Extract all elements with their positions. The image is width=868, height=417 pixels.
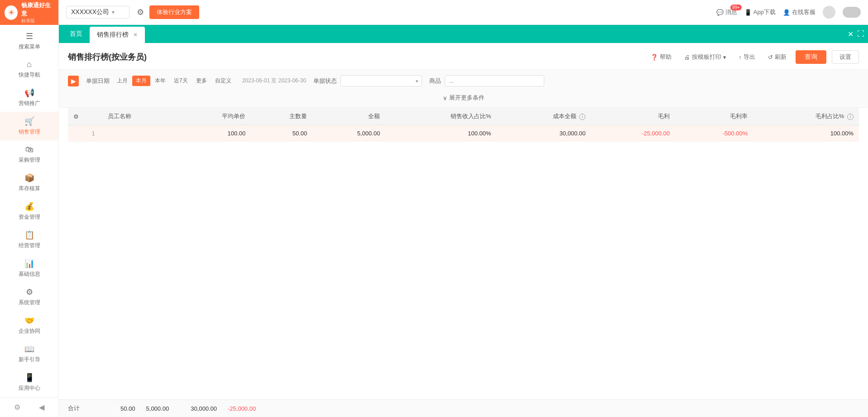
content-area: 销售排行榜(按业务员) ❓ 帮助 🖨 按模板打印 ▾ ↑ 导出 xyxy=(59,43,868,417)
sidebar-item-经营管理[interactable]: 📋 经营管理 xyxy=(0,225,58,254)
sidebar-item-企业协同[interactable]: 🤝 企业协同 xyxy=(0,311,58,340)
sidebar-nav: ☰ 搜索菜单⌂ 快捷导航📢 营销推广🛒 销售管理🛍 采购管理📦 库存核算💰 资金… xyxy=(0,25,58,397)
cost-info-icon[interactable]: i xyxy=(579,114,585,120)
date-tab-more[interactable]: 更多 xyxy=(192,76,211,86)
trial-button[interactable]: 体验行业方案 xyxy=(149,5,199,19)
expand-conditions-label: 展开更多条件 xyxy=(449,94,484,102)
nav-icon-1: ⌂ xyxy=(27,60,32,69)
sidebar-item-快捷导航[interactable]: ⌂ 快捷导航 xyxy=(0,55,58,83)
app-download-button[interactable]: 📱 App下载 xyxy=(744,8,776,16)
row-gross-rate-0: -500.00% xyxy=(675,125,753,142)
filter-toggle-button[interactable]: ▶ xyxy=(68,76,79,86)
date-tab-this-year[interactable]: 本年 xyxy=(151,76,169,86)
nav-label-9: 系统管理 xyxy=(19,299,40,307)
query-button[interactable]: 查询 xyxy=(796,50,826,64)
user-avatar[interactable] xyxy=(823,6,835,19)
table-header-row: ⚙ 员工名称 平均单价 主数量 全额 销售收入占比% 成本全额 i 毛利 毛利率… xyxy=(68,108,859,125)
nav-label-11: 新手引导 xyxy=(19,356,40,364)
footer-sales-pct xyxy=(174,405,185,412)
header-right: 💬 消息 99+ 📱 App下载 👤 在线客服 xyxy=(716,6,861,19)
sidebar-bottom: ⚙ ◀ xyxy=(0,397,58,417)
col-gross-pct: 毛利占比% i xyxy=(753,108,859,125)
export-button[interactable]: ↑ 导出 xyxy=(735,51,759,63)
nav-label-2: 营销推广 xyxy=(19,100,40,107)
col-gross: 毛利 xyxy=(591,108,675,125)
filter-area: ▶ 单据日期 上月 本月 本年 近7天 更多 自定义 2023-06-01 至 … xyxy=(59,70,868,108)
expand-conditions-button[interactable]: ∨ 展开更多条件 xyxy=(443,94,484,102)
sidebar-item-销售管理[interactable]: 🛒 销售管理 xyxy=(0,112,58,140)
col-settings[interactable]: ⚙ xyxy=(68,108,84,125)
footer-label: 合计 xyxy=(68,404,104,412)
nav-label-1: 快捷导航 xyxy=(19,71,40,79)
tab-home[interactable]: 首页 xyxy=(62,25,90,43)
row-gross-pct-0: 100.00% xyxy=(753,125,859,142)
sidebar-item-搜索菜单[interactable]: ☰ 搜索菜单 xyxy=(0,27,58,55)
status-select[interactable] xyxy=(340,75,422,86)
sidebar-item-系统管理[interactable]: ⚙ 系统管理 xyxy=(0,283,58,311)
sidebar-item-营销推广[interactable]: 📢 营销推广 xyxy=(0,83,58,112)
top-header: XXXXXX公司 ▾ ⚙ 体验行业方案 💬 消息 99+ 📱 App下载 👤 在… xyxy=(59,0,868,25)
footer-gross: -25,000.00 xyxy=(222,405,261,412)
filter-status-item: 单据状态 xyxy=(313,75,422,86)
nav-icon-3: 🛒 xyxy=(24,116,34,126)
sidebar-item-应用中心[interactable]: 📱 应用中心 xyxy=(0,368,58,397)
refresh-button[interactable]: ↺ 刷新 xyxy=(764,51,790,63)
page-header: 销售排行榜(按业务员) ❓ 帮助 🖨 按模板打印 ▾ ↑ 导出 xyxy=(59,43,868,70)
sidebar-item-采购管理[interactable]: 🛍 采购管理 xyxy=(0,140,58,168)
sidebar-item-资金管理[interactable]: 💰 资金管理 xyxy=(0,197,58,225)
sidebar-collapse-icon[interactable]: ◀ xyxy=(39,403,44,412)
sidebar-item-企业微信[interactable]: 💬 企业微信 xyxy=(0,397,58,397)
export-label: 导出 xyxy=(743,53,755,61)
help-button[interactable]: ❓ 帮助 xyxy=(647,51,675,63)
gross-pct-info-icon[interactable]: i xyxy=(847,114,854,120)
nav-icon-9: ⚙ xyxy=(26,287,33,297)
col-cost: 成本全额 i xyxy=(497,108,591,125)
row-gross-0: -25,000.00 xyxy=(591,125,675,142)
sidebar-item-库存核算[interactable]: 📦 库存核算 xyxy=(0,168,58,197)
message-icon: 💬 xyxy=(716,9,724,16)
message-badge: 99+ xyxy=(730,5,742,10)
nav-icon-4: 🛍 xyxy=(25,145,34,154)
tab-maximize-icon[interactable]: ⛶ xyxy=(857,30,864,38)
settings-button[interactable]: 设置 xyxy=(832,50,859,64)
tab-sales-ranking[interactable]: 销售排行榜 ✕ xyxy=(90,27,145,43)
company-selector[interactable]: XXXXXX公司 ▾ xyxy=(66,6,129,19)
logo-icon: ☀ xyxy=(5,5,18,20)
page-title: 销售排行榜(按业务员) xyxy=(68,52,147,62)
tab-close-window-icon[interactable]: ✕ xyxy=(848,30,854,38)
nav-label-5: 库存核算 xyxy=(19,185,40,192)
message-button[interactable]: 💬 消息 99+ xyxy=(716,8,737,16)
col-rank xyxy=(84,108,102,125)
filter-goods-item: 商品 xyxy=(429,75,544,86)
online-service-button[interactable]: 👤 在线客服 xyxy=(783,8,815,16)
nav-icon-6: 💰 xyxy=(24,201,34,211)
sidebar: ☀ 畅康通好生意 标准版 ☰ 搜索菜单⌂ 快捷导航📢 营销推广🛒 销售管理🛍 采… xyxy=(0,0,59,417)
main-area: XXXXXX公司 ▾ ⚙ 体验行业方案 💬 消息 99+ 📱 App下载 👤 在… xyxy=(59,0,868,417)
row-rank-0: 1 xyxy=(84,125,102,142)
sidebar-item-基础信息[interactable]: 📊 基础信息 xyxy=(0,254,58,283)
goods-input[interactable] xyxy=(445,75,544,86)
row-settings-0[interactable] xyxy=(68,125,84,142)
data-table: ⚙ 员工名称 平均单价 主数量 全额 销售收入占比% 成本全额 i 毛利 毛利率… xyxy=(68,108,859,142)
nav-label-3: 销售管理 xyxy=(19,128,40,136)
date-tab-custom[interactable]: 自定义 xyxy=(211,76,235,86)
date-tab-last-7-days[interactable]: 近7天 xyxy=(170,76,192,86)
col-amount: 全额 xyxy=(312,108,385,125)
service-icon: 👤 xyxy=(783,9,790,16)
tab-close-icon[interactable]: ✕ xyxy=(133,32,138,38)
mobile-icon: 📱 xyxy=(744,9,752,16)
template-print-button[interactable]: 🖨 按模板打印 ▾ xyxy=(681,51,730,63)
page-container: 销售排行榜(按业务员) ❓ 帮助 🖨 按模板打印 ▾ ↑ 导出 xyxy=(59,43,868,417)
help-label: 帮助 xyxy=(660,53,671,61)
sidebar-settings-icon[interactable]: ⚙ xyxy=(14,403,20,412)
footer-main-qty: 50.00 xyxy=(115,405,141,412)
nav-label-0: 搜索菜单 xyxy=(19,43,40,51)
company-name: XXXXXX公司 xyxy=(71,8,109,16)
expand-chevron-icon: ∨ xyxy=(443,95,447,101)
company-settings-icon[interactable]: ⚙ xyxy=(137,7,144,17)
export-icon: ↑ xyxy=(739,54,742,61)
sidebar-item-新手引导[interactable]: 📖 新手引导 xyxy=(0,340,58,368)
logo-sub: 标准版 xyxy=(21,18,54,24)
date-tab-this-month[interactable]: 本月 xyxy=(132,76,150,86)
date-tab-last-month[interactable]: 上月 xyxy=(113,76,131,86)
